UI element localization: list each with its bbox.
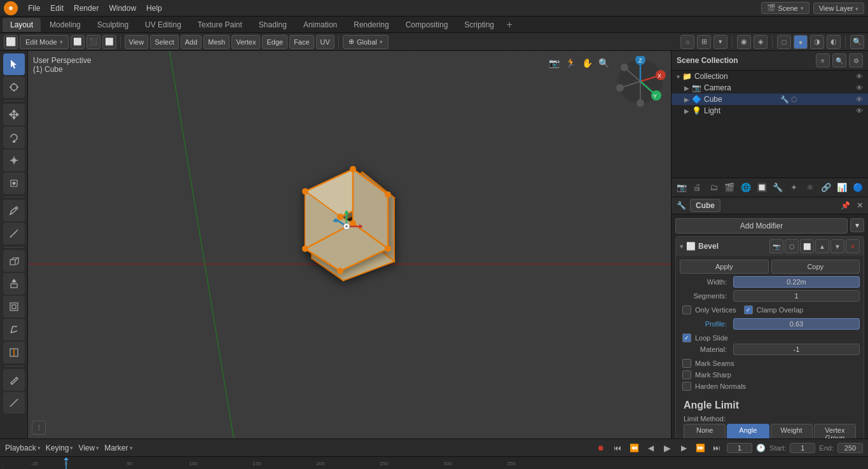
viewport-camera-icon[interactable]: 📷 bbox=[547, 56, 561, 70]
bevel-up-btn[interactable]: ▲ bbox=[815, 239, 829, 253]
tree-scene-collection[interactable]: ▾ 📁 Collection 👁 bbox=[672, 71, 868, 82]
menu-render[interactable]: Render bbox=[69, 3, 104, 14]
mark-seams-cb[interactable] bbox=[682, 359, 691, 368]
timeline-scrubber[interactable]: -20 0 50 100 150 200 250 300 350 bbox=[0, 456, 868, 469]
transform-btn-3[interactable]: ⬜ bbox=[102, 35, 116, 49]
tool-select[interactable] bbox=[3, 53, 25, 75]
menu-edit[interactable]: Edit bbox=[45, 3, 69, 14]
viewport-view-settings[interactable]: ⋮ bbox=[32, 421, 46, 435]
light-eye-icon[interactable]: 👁 bbox=[856, 107, 863, 115]
tool-measure[interactable] bbox=[3, 223, 25, 244]
tab-scripting[interactable]: Scripting bbox=[457, 18, 502, 32]
bevel-vis-icon[interactable]: ⬜ bbox=[686, 242, 696, 251]
lm-none-btn[interactable]: None bbox=[684, 424, 726, 438]
jump-start-btn[interactable]: ⏮ bbox=[611, 442, 624, 454]
step-forward-btn[interactable]: ⏩ bbox=[694, 442, 706, 454]
object-name-input[interactable]: Cube bbox=[690, 199, 720, 212]
props-output-tab[interactable]: 🖨 bbox=[690, 179, 705, 197]
tool-loop-cut[interactable] bbox=[3, 342, 25, 363]
modifier-menu-btn[interactable]: ▾ bbox=[850, 218, 864, 232]
view-btn[interactable]: View bbox=[125, 35, 149, 49]
play-btn[interactable]: ▶ bbox=[661, 442, 673, 454]
apply-btn[interactable]: Apply bbox=[680, 260, 769, 274]
search-btn[interactable]: 🔍 bbox=[850, 35, 864, 49]
camera-eye-icon[interactable]: 👁 bbox=[856, 84, 863, 92]
props-particles-tab[interactable]: ✦ bbox=[787, 179, 801, 197]
tab-shading[interactable]: Shading bbox=[251, 18, 294, 32]
xray-btn[interactable]: ◈ bbox=[754, 35, 768, 49]
collection-options-btn[interactable]: ⚙ bbox=[849, 53, 863, 67]
close-panel-btn[interactable]: ✕ bbox=[857, 201, 863, 210]
lm-weight-btn[interactable]: Weight bbox=[771, 424, 813, 438]
bevel-cage-icon[interactable]: ⬜ bbox=[800, 239, 814, 253]
props-world-tab[interactable]: 🌐 bbox=[738, 179, 753, 197]
tab-layout[interactable]: Layout bbox=[3, 18, 41, 32]
step-back-btn[interactable]: ⏪ bbox=[628, 442, 640, 454]
add-workspace-tab[interactable]: + bbox=[503, 18, 516, 31]
viewport-walk-icon[interactable]: 🏃 bbox=[563, 56, 577, 70]
tool-extrude[interactable] bbox=[3, 273, 25, 295]
copy-btn[interactable]: Copy bbox=[771, 260, 860, 274]
menu-help[interactable]: Help bbox=[141, 3, 167, 14]
snap-option-btn[interactable]: ▾ bbox=[713, 35, 727, 49]
props-render-tab[interactable]: 📷 bbox=[674, 179, 689, 197]
viewport-hand-icon[interactable]: ✋ bbox=[580, 56, 594, 70]
render-mode-btn[interactable]: ◐ bbox=[827, 35, 841, 49]
tab-texture-paint[interactable]: Texture Paint bbox=[190, 18, 250, 32]
jump-end-btn[interactable]: ⏭ bbox=[710, 442, 723, 454]
cube-eye-icon[interactable]: 👁 bbox=[856, 95, 863, 103]
profile-value[interactable]: 0.63 bbox=[733, 318, 860, 330]
collection-search-btn[interactable]: 🔍 bbox=[832, 53, 846, 67]
tab-animation[interactable]: Animation bbox=[296, 18, 345, 32]
add-btn[interactable]: Add bbox=[181, 35, 202, 49]
solid-mode-btn[interactable]: ● bbox=[794, 35, 808, 49]
keying-menu[interactable]: Keying ▾ bbox=[46, 444, 74, 452]
tree-camera[interactable]: ▶ 📷 Camera 👁 bbox=[672, 82, 868, 94]
tool-rotate[interactable] bbox=[3, 127, 25, 148]
tree-cube[interactable]: ▶ 🔷 Cube 🔧 ⬡ 👁 bbox=[672, 94, 868, 105]
tool-add-cube[interactable] bbox=[3, 250, 25, 272]
tool-transform[interactable] bbox=[3, 172, 25, 194]
transform-orientation[interactable]: ⊕ Global ▾ bbox=[343, 35, 389, 49]
props-scene-tab[interactable]: 🎬 bbox=[722, 179, 737, 197]
props-material-tab[interactable]: 🔵 bbox=[851, 179, 865, 197]
menu-file[interactable]: File bbox=[23, 3, 45, 14]
tool-scale[interactable] bbox=[3, 150, 25, 171]
tool-cursor[interactable] bbox=[3, 76, 25, 98]
next-frame-btn[interactable]: ▶ bbox=[677, 442, 690, 454]
bevel-down-btn[interactable]: ▼ bbox=[830, 239, 844, 253]
props-view-layer-tab[interactable]: 🗂 bbox=[706, 179, 721, 197]
material-mode-btn[interactable]: ◑ bbox=[810, 35, 824, 49]
tab-sculpting[interactable]: Sculpting bbox=[90, 18, 136, 32]
add-modifier-btn[interactable]: Add Modifier bbox=[675, 218, 848, 234]
scene-selector[interactable]: 🎬 Scene ▾ bbox=[761, 2, 809, 14]
tab-uv-editing[interactable]: UV Editing bbox=[137, 18, 189, 32]
timeline-view-menu[interactable]: View ▾ bbox=[78, 444, 99, 452]
tool-bevel[interactable] bbox=[3, 319, 25, 340]
tool-bisect[interactable] bbox=[3, 392, 25, 414]
overlay-btn[interactable]: ◉ bbox=[737, 35, 751, 49]
props-object-tab[interactable]: 🔲 bbox=[754, 179, 769, 197]
tool-annotate[interactable] bbox=[3, 200, 25, 221]
mode-dropdown[interactable]: Edit Mode ▾ bbox=[20, 35, 69, 49]
snap-btn[interactable]: ⊞ bbox=[697, 35, 711, 49]
filter-btn[interactable]: ≡ bbox=[816, 53, 830, 67]
mark-sharp-cb[interactable] bbox=[682, 370, 691, 379]
marker-menu[interactable]: Marker ▾ bbox=[104, 444, 132, 452]
collection-eye-icon[interactable]: 👁 bbox=[856, 73, 863, 80]
tool-move[interactable] bbox=[3, 104, 25, 125]
current-frame-input[interactable]: 1 bbox=[727, 443, 752, 453]
wireframe-mode-btn[interactable]: □ bbox=[777, 35, 791, 49]
props-modifiers-tab[interactable]: 🔧 bbox=[771, 179, 785, 197]
start-frame-input[interactable]: 1 bbox=[790, 443, 815, 453]
face-btn[interactable]: Face bbox=[289, 35, 313, 49]
props-constraints-tab[interactable]: 🔗 bbox=[818, 179, 833, 197]
record-btn[interactable]: ⏺ bbox=[595, 442, 607, 454]
playback-menu[interactable]: Playback ▾ bbox=[5, 444, 41, 452]
tree-light[interactable]: ▶ 💡 Light 👁 bbox=[672, 105, 868, 116]
harden-normals-cb[interactable] bbox=[682, 382, 691, 391]
edge-btn[interactable]: Edge bbox=[262, 35, 287, 49]
viewport-search-icon[interactable]: 🔍 bbox=[596, 56, 610, 70]
tool-knife[interactable] bbox=[3, 369, 25, 391]
navigation-gizmo[interactable]: X Y Z bbox=[615, 56, 666, 107]
